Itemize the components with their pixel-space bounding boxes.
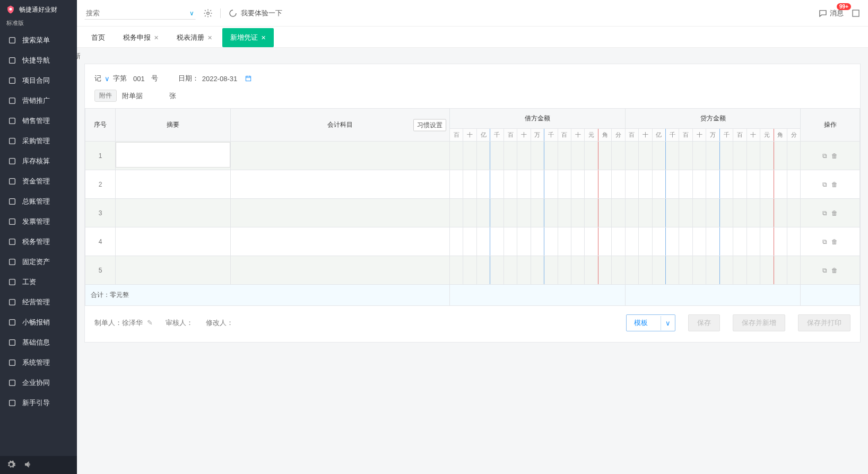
amt-cell[interactable]	[490, 199, 504, 227]
amt-cell[interactable]	[760, 227, 774, 256]
abstract-cell[interactable]	[116, 199, 230, 227]
amt-cell[interactable]	[544, 227, 558, 256]
amt-cell[interactable]	[531, 227, 544, 256]
tab-0[interactable]: 首页	[83, 28, 113, 47]
amt-cell[interactable]	[490, 142, 504, 170]
amt-cell[interactable]	[450, 170, 463, 199]
amt-cell[interactable]	[652, 170, 665, 199]
gear-icon[interactable]	[6, 460, 17, 470]
amt-cell[interactable]	[476, 142, 490, 170]
amt-cell[interactable]	[476, 170, 490, 199]
search-input[interactable]	[86, 9, 186, 17]
amt-cell[interactable]	[598, 199, 611, 227]
amt-cell[interactable]	[719, 256, 733, 285]
amt-cell[interactable]	[463, 142, 476, 170]
amt-cell[interactable]	[558, 199, 571, 227]
amt-cell[interactable]	[679, 227, 692, 256]
amt-cell[interactable]	[625, 170, 638, 199]
sidebar-item-8[interactable]: 总账管理	[0, 191, 77, 212]
amt-cell[interactable]	[598, 256, 611, 285]
amt-cell[interactable]	[531, 170, 544, 199]
amt-cell[interactable]	[558, 170, 571, 199]
amt-cell[interactable]	[747, 142, 760, 170]
close-icon[interactable]: ✕	[154, 34, 159, 41]
amt-cell[interactable]	[706, 142, 719, 170]
delete-row-icon[interactable]: 🗑	[831, 238, 838, 245]
try-experience-link[interactable]: 我要体验一下	[228, 8, 282, 18]
amt-cell[interactable]	[450, 227, 463, 256]
chevron-down-icon[interactable]: ∨	[189, 10, 194, 17]
edit-maker-icon[interactable]: ✎	[147, 319, 153, 327]
amt-cell[interactable]	[531, 199, 544, 227]
amt-cell[interactable]	[450, 142, 463, 170]
amt-cell[interactable]	[544, 199, 558, 227]
amt-cell[interactable]	[625, 142, 638, 170]
amt-cell[interactable]	[625, 227, 638, 256]
habit-settings-button[interactable]: 习惯设置	[413, 119, 446, 131]
close-icon[interactable]: ✕	[207, 34, 212, 41]
sidebar-item-15[interactable]: 基础信息	[0, 332, 77, 353]
amt-cell[interactable]	[719, 142, 733, 170]
amt-cell[interactable]	[544, 170, 558, 199]
amt-cell[interactable]	[760, 256, 774, 285]
settings-icon[interactable]	[203, 8, 213, 18]
amt-cell[interactable]	[585, 256, 598, 285]
abstract-cell[interactable]	[116, 170, 230, 199]
amt-cell[interactable]	[625, 256, 638, 285]
sidebar-item-13[interactable]: 经营管理	[0, 292, 77, 312]
amt-cell[interactable]	[652, 227, 665, 256]
amt-cell[interactable]	[463, 256, 476, 285]
chevron-down-icon[interactable]: ∨	[105, 75, 110, 83]
amt-cell[interactable]	[747, 227, 760, 256]
amt-cell[interactable]	[517, 256, 531, 285]
amt-cell[interactable]	[692, 170, 706, 199]
subject-cell[interactable]	[230, 170, 450, 199]
amt-cell[interactable]	[571, 142, 584, 170]
amt-cell[interactable]	[585, 199, 598, 227]
amt-cell[interactable]	[585, 142, 598, 170]
amt-cell[interactable]	[490, 227, 504, 256]
amt-cell[interactable]	[679, 256, 692, 285]
amt-cell[interactable]	[679, 170, 692, 199]
tab-1[interactable]: 税务申报✕	[115, 28, 167, 47]
amt-cell[interactable]	[571, 256, 584, 285]
amt-cell[interactable]	[787, 227, 800, 256]
amt-cell[interactable]	[787, 199, 800, 227]
calendar-icon[interactable]	[245, 75, 252, 82]
amt-cell[interactable]	[558, 142, 571, 170]
amt-cell[interactable]	[719, 227, 733, 256]
voucher-type[interactable]: 记	[94, 74, 101, 83]
add-row-icon[interactable]: ⧉	[822, 267, 827, 274]
amt-cell[interactable]	[571, 199, 584, 227]
sidebar-item-0[interactable]: 搜索菜单	[0, 30, 77, 50]
abstract-input[interactable]	[116, 142, 230, 168]
sidebar-item-12[interactable]: 工资	[0, 272, 77, 292]
amt-cell[interactable]	[612, 256, 625, 285]
amt-cell[interactable]	[787, 170, 800, 199]
amt-cell[interactable]	[639, 199, 652, 227]
amt-cell[interactable]	[598, 170, 611, 199]
amt-cell[interactable]	[774, 227, 787, 256]
sidebar-item-14[interactable]: 小畅报销	[0, 312, 77, 332]
amt-cell[interactable]	[652, 199, 665, 227]
sidebar-item-3[interactable]: 营销推广	[0, 91, 77, 111]
amt-cell[interactable]	[558, 227, 571, 256]
amt-cell[interactable]	[733, 227, 747, 256]
amt-cell[interactable]	[490, 256, 504, 285]
add-row-icon[interactable]: ⧉	[822, 152, 827, 160]
amt-cell[interactable]	[679, 199, 692, 227]
amt-cell[interactable]	[774, 142, 787, 170]
amt-cell[interactable]	[692, 142, 706, 170]
amt-cell[interactable]	[639, 170, 652, 199]
amt-cell[interactable]	[463, 227, 476, 256]
subject-cell[interactable]	[230, 227, 450, 256]
amt-cell[interactable]	[666, 227, 679, 256]
amt-cell[interactable]	[692, 256, 706, 285]
date-value[interactable]: 2022-08-31	[202, 75, 238, 83]
amt-cell[interactable]	[774, 170, 787, 199]
amt-cell[interactable]	[463, 170, 476, 199]
amt-cell[interactable]	[476, 227, 490, 256]
amt-cell[interactable]	[558, 256, 571, 285]
amt-cell[interactable]	[504, 170, 517, 199]
amt-cell[interactable]	[692, 227, 706, 256]
